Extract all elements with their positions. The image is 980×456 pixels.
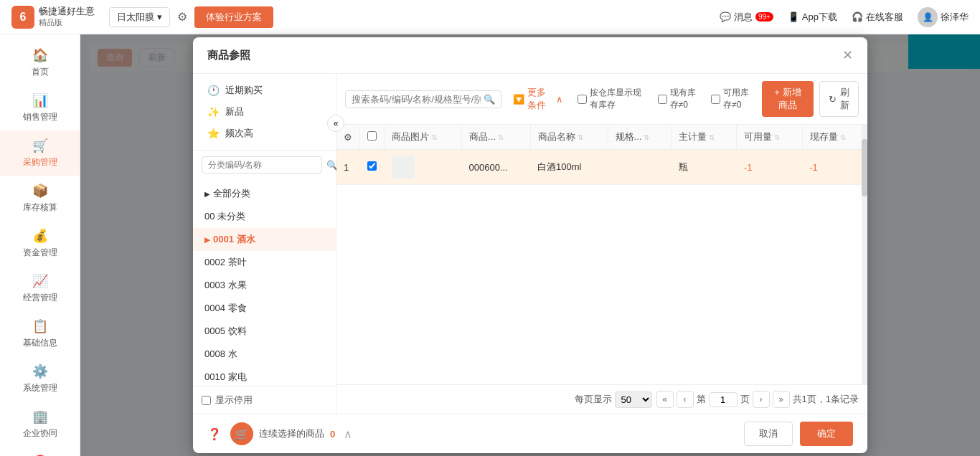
per-page-dropdown[interactable]: 50 10 20 100 <box>615 391 652 408</box>
first-page-button[interactable]: « <box>656 391 674 408</box>
filter-recent[interactable]: 🕐 近期购买 <box>202 80 327 101</box>
search-submit-icon[interactable]: 🔍 <box>484 94 495 105</box>
nav-selector[interactable]: 日太阳膜 ▾ <box>109 7 170 27</box>
user-nav[interactable]: 👤 徐泽华 <box>918 7 969 27</box>
sidebar-item-sales[interactable]: 📊 销售管理 <box>0 85 80 130</box>
category-0003[interactable]: 0003 水果 <box>193 274 336 297</box>
scroll-thumb[interactable] <box>862 139 867 196</box>
star-icon: ✨ <box>207 106 220 118</box>
filter-new[interactable]: ✨ 新品 <box>202 101 327 123</box>
prev-page-button[interactable]: ‹ <box>677 391 694 408</box>
add-product-button[interactable]: + 新增商品 <box>762 81 814 117</box>
nav-right: 💬 消息 99+ 📱 App下载 🎧 在线客服 👤 徐泽华 <box>720 7 969 27</box>
sidebar-item-guide[interactable]: 🎯 新手引导 <box>0 447 80 456</box>
filter-available-nonzero-checkbox[interactable]: 可用库存≠0 <box>711 87 755 111</box>
category-all[interactable]: ▶ 全部分类 <box>193 182 336 205</box>
category-0005[interactable]: 0005 饮料 <box>193 320 336 343</box>
settings-icon[interactable]: ⚙ <box>177 10 187 24</box>
category-0001-label: 0001 酒水 <box>213 233 255 246</box>
brand: 6 畅捷通好生意 精品版 <box>11 6 95 29</box>
product-thumbnail <box>392 156 415 179</box>
select-all-checkbox[interactable] <box>367 131 377 141</box>
sidebar-enterprise-label: 企业协同 <box>23 427 57 440</box>
collapse-panel-button[interactable]: « <box>327 115 344 132</box>
try-industry-button[interactable]: 体验行业方案 <box>194 6 273 28</box>
category-search-input[interactable] <box>202 156 322 174</box>
operation-icon: 📈 <box>32 273 48 289</box>
quick-filters: 🕐 近期购买 ✨ 新品 ⭐ 频次高 <box>193 74 336 151</box>
refresh-button[interactable]: ↻ 刷新 <box>819 81 859 117</box>
filter-icon: 🔽 <box>513 94 524 105</box>
category-0010[interactable]: 0010 家电 <box>193 366 336 386</box>
cart-icon[interactable]: 🛒 <box>230 422 253 445</box>
col-available-label: 可用量 <box>744 130 772 143</box>
sort-name-icon: ⇅ <box>578 133 583 141</box>
app-download-nav[interactable]: 📱 App下载 <box>788 11 837 24</box>
category-0004[interactable]: 0004 零食 <box>193 297 336 320</box>
cart-label: 连续选择的商品 <box>259 427 324 440</box>
more-filter-button[interactable]: 🔽 更多条件 ∧ <box>507 83 569 115</box>
category-0008-label: 0008 水 <box>204 348 237 361</box>
category-0001[interactable]: ▶ 0001 酒水 <box>193 228 336 251</box>
sidebar-item-basic[interactable]: 📋 基础信息 <box>0 311 80 356</box>
show-disabled-label: 显示停用 <box>215 394 253 407</box>
filter-warehouse-input[interactable] <box>578 95 587 104</box>
messages-label: 消息 <box>734 11 753 24</box>
finance-icon: 💰 <box>32 228 48 244</box>
cart-area: 🛒 连续选择的商品 0 <box>230 422 335 445</box>
filter-stock-nonzero-checkbox[interactable]: 现有库存≠0 <box>658 87 702 111</box>
online-service-label: 在线客服 <box>866 11 903 24</box>
sidebar-item-inventory[interactable]: 📦 库存核算 <box>0 176 80 221</box>
filter-available-nonzero-input[interactable] <box>711 95 720 104</box>
category-0008[interactable]: 0008 水 <box>193 343 336 366</box>
confirm-button[interactable]: 确定 <box>800 422 853 446</box>
chevron-up-icon: ∧ <box>556 94 563 105</box>
col-unit: 主计量 ⇅ <box>672 125 737 150</box>
cell-checkbox[interactable] <box>360 150 385 185</box>
next-page-button[interactable]: › <box>753 391 770 408</box>
product-search-input[interactable] <box>352 94 481 105</box>
help-icon[interactable]: ❓ <box>207 427 222 441</box>
col-name-label: 商品名称 <box>538 130 575 143</box>
left-panel: 🕐 近期购买 ✨ 新品 ⭐ 频次高 <box>193 74 336 414</box>
avatar: 👤 <box>918 7 938 27</box>
row-checkbox[interactable] <box>367 161 377 171</box>
sort-available-icon: ⇅ <box>774 133 780 141</box>
home-icon: 🏠 <box>32 47 48 63</box>
app-download-label: App下载 <box>802 11 837 24</box>
avatar-icon: 👤 <box>923 12 933 22</box>
filter-stock-nonzero-input[interactable] <box>658 95 667 104</box>
page-number-input[interactable] <box>709 392 738 407</box>
messages-nav[interactable]: 💬 消息 99+ <box>720 11 773 24</box>
category-0010-label: 0010 家电 <box>204 371 247 384</box>
product-table: ⚙ 商品图片 ⇅ <box>336 125 867 185</box>
modal-footer: ❓ 🛒 连续选择的商品 0 ∧ 取消 确定 <box>193 414 867 453</box>
table-row[interactable]: 1 000600... 白酒100ml 瓶 <box>336 150 867 185</box>
table-header-row: ⚙ 商品图片 ⇅ <box>336 125 867 150</box>
modal-title: 商品参照 <box>207 49 250 62</box>
category-00[interactable]: 00 未分类 <box>193 205 336 228</box>
filter-warehouse-checkbox[interactable]: 按仓库显示现有库存 <box>578 87 649 111</box>
col-spec-label: 规格... <box>616 130 642 143</box>
sidebar-item-system[interactable]: ⚙️ 系统管理 <box>0 356 80 402</box>
cancel-button[interactable]: 取消 <box>744 422 793 446</box>
filter-frequent-label: 频次高 <box>225 127 253 140</box>
category-0002[interactable]: 0002 茶叶 <box>193 251 336 274</box>
collapse-footer-icon[interactable]: ∧ <box>344 427 352 441</box>
sidebar-item-home[interactable]: 🏠 首页 <box>0 40 80 85</box>
sidebar-item-operation[interactable]: 📈 经营管理 <box>0 266 80 311</box>
page-suffix: 页 <box>740 393 750 406</box>
scroll-track[interactable] <box>862 125 867 384</box>
sidebar-item-purchase[interactable]: 🛒 采购管理 <box>0 130 80 176</box>
online-service-nav[interactable]: 🎧 在线客服 <box>852 11 903 24</box>
cell-num: 1 <box>336 150 360 185</box>
filter-frequent[interactable]: ⭐ 频次高 <box>202 123 327 144</box>
enterprise-icon: 🏢 <box>32 409 48 424</box>
top-nav: 6 畅捷通好生意 精品版 日太阳膜 ▾ ⚙ 体验行业方案 💬 消息 99+ 📱 … <box>0 0 980 34</box>
last-page-button[interactable]: » <box>773 391 790 408</box>
sidebar-item-finance[interactable]: 💰 资金管理 <box>0 221 80 266</box>
show-disabled-checkbox[interactable] <box>202 396 211 405</box>
close-icon[interactable]: ✕ <box>842 47 853 63</box>
sidebar-item-enterprise[interactable]: 🏢 企业协同 <box>0 402 80 447</box>
nav-selector-text: 日太阳膜 <box>117 11 154 24</box>
